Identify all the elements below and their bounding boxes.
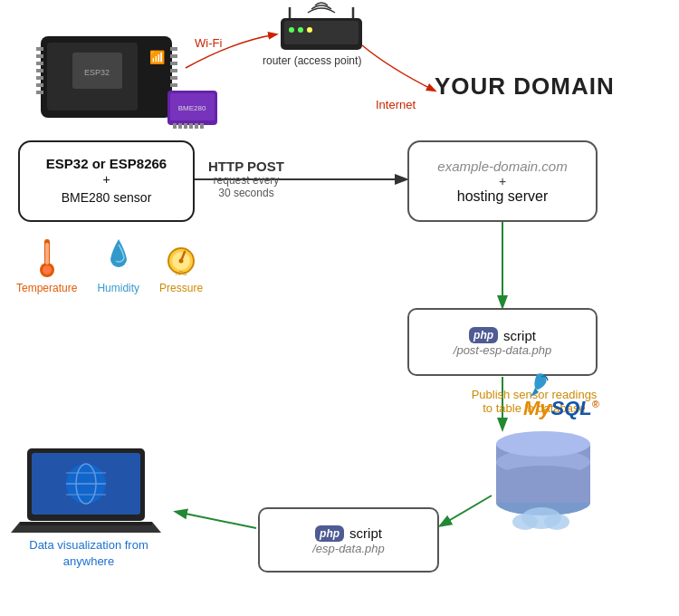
domain-box: example-domain.com + hosting server [407,140,598,222]
router-label: router (access point) [263,54,361,67]
svg-point-43 [76,464,96,504]
php-script-row1: php script [469,327,536,343]
php-script-box1: php script /post-esp-data.php [407,308,598,376]
humidity-label: Humidity [97,282,139,294]
wifi-label: Wi-Fi [195,36,222,50]
sensor-row: Temperature Humidity hPa Pressure [16,236,203,294]
humidity-icon [105,236,132,279]
svg-point-39 [544,514,569,530]
svg-rect-2 [36,54,43,58]
svg-point-27 [289,27,294,33]
laptop-label: Data visualization from anywhere [16,536,161,569]
http-post-label: HTTP POST request every 30 seconds [208,159,284,199]
svg-rect-11 [170,69,177,72]
svg-rect-4 [36,69,43,72]
php-badge2: php [315,525,344,542]
your-domain-text: YOUR DOMAIN [435,72,615,101]
pressure-label: Pressure [159,282,203,294]
thermometer-icon [33,236,61,279]
svg-point-37 [521,507,561,529]
pressure-sensor: hPa Pressure [159,236,203,294]
esp32-label: ESP32 [46,156,89,171]
svg-text:BME280: BME280 [178,104,206,112]
svg-rect-47 [20,522,152,525]
svg-rect-22 [189,123,193,129]
mysql-sup: ® [592,399,599,409]
php-badge1: php [469,327,498,343]
svg-point-28 [298,27,303,33]
svg-text:📶: 📶 [149,50,166,65]
esp-device-box: ESP32 or ESP8266 + BME280 sensor [18,140,195,222]
temperature-label: Temperature [16,282,77,294]
php-script-box2: php script /esp-data.php [258,507,439,573]
svg-rect-13 [170,83,177,87]
mysql-text2: SQL [551,397,592,419]
svg-rect-19 [173,123,177,129]
php-badge-text1: php [473,329,493,342]
esp8266-label: ESP8266 [110,156,167,171]
mysql-logo: MySQL® [523,397,599,420]
php-script-label1: script [503,328,536,343]
svg-point-32 [496,490,590,515]
php-script-label2: script [349,525,382,541]
domain-server: hosting server [457,188,549,205]
svg-rect-6 [36,83,43,87]
php-badge-text2: php [320,527,340,540]
svg-point-29 [307,27,312,33]
domain-plus: + [499,174,506,188]
php-script-row2: php script [315,525,382,542]
svg-rect-33 [496,444,590,503]
domain-url: example-domain.com [437,159,567,174]
svg-point-34 [496,449,590,475]
svg-rect-5 [36,76,43,80]
svg-rect-7 [36,91,43,94]
http-post-sub2: 30 seconds [208,187,284,199]
svg-rect-9 [170,54,177,58]
svg-point-51 [43,265,52,274]
svg-rect-17 [170,93,215,120]
router-body [281,18,362,50]
svg-rect-20 [178,123,182,129]
esp32-board [41,36,172,118]
mysql-dolphin-icon [519,370,550,401]
svg-rect-26 [284,21,359,44]
svg-rect-16 [167,91,217,125]
svg-rect-24 [200,123,204,129]
internet-label: Internet [376,98,416,111]
svg-point-38 [512,514,538,530]
svg-rect-0 [47,43,138,111]
php-script-path2: /esp-data.php [312,542,385,555]
svg-text:ESP32: ESP32 [84,68,110,77]
svg-rect-3 [36,62,43,65]
svg-rect-23 [195,123,198,129]
svg-point-35 [496,466,590,491]
esp-sub: + BME280 sensor [62,171,152,207]
http-post-title: HTTP POST [208,159,284,174]
svg-rect-40 [27,448,145,521]
http-post-sub1: request every [208,174,284,187]
diagram: ESP32 BME280 📶 [0,0,679,616]
svg-rect-10 [170,62,177,65]
php-script-path1: /post-esp-data.php [454,343,551,357]
pressure-icon: hPa [166,236,197,279]
svg-rect-21 [184,123,187,129]
svg-rect-50 [45,243,49,265]
svg-rect-8 [170,47,177,51]
svg-rect-41 [32,453,140,515]
temperature-sensor: Temperature [16,236,77,294]
svg-point-42 [66,464,106,504]
svg-point-36 [496,431,590,457]
svg-text:hPa: hPa [175,270,186,276]
svg-rect-14 [72,53,122,89]
svg-rect-1 [36,47,43,51]
esp-title: ESP32 or ESP8266 [46,156,167,171]
humidity-sensor: Humidity [97,236,139,294]
svg-point-55 [178,259,183,264]
svg-rect-12 [170,76,177,80]
